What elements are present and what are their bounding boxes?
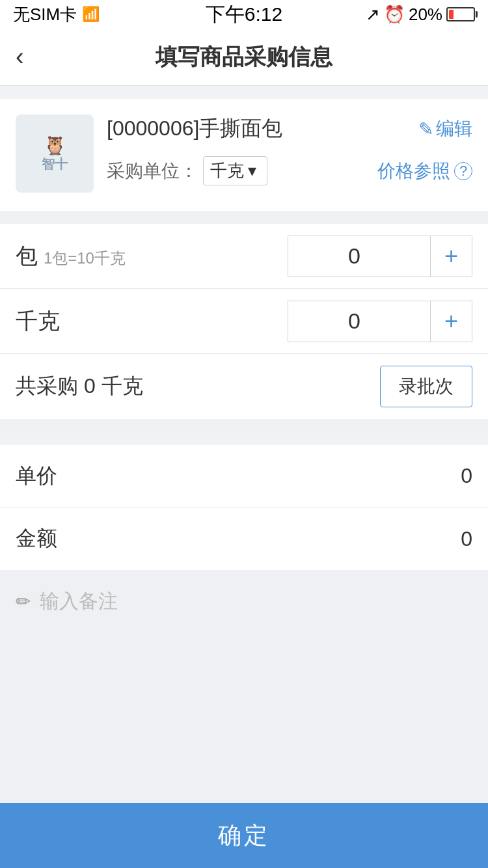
package-unit-label: 包 [16,243,38,268]
edit-button[interactable]: ✎ 编辑 [418,116,472,141]
amount-value: 0 [461,527,472,551]
unit-prefix: 采购单位： [107,159,198,183]
back-button[interactable]: ‹ [16,43,24,71]
section-divider-1 [0,211,488,224]
summary-unit: 千克 [102,374,143,398]
status-right: ↗ ⏰ 20% [366,5,475,25]
summary-amount: 0 [84,374,96,398]
wifi-icon: 📶 [82,6,100,23]
input-section: 包 1包=10千克 + 千克 + 共采购 0 千克 录批次 [0,224,488,419]
summary-prefix: 共采购 [16,374,78,398]
unit-value: 千克 [210,159,244,182]
unit-price-value: 0 [461,464,472,488]
unit-select[interactable]: 千克 ▾ [203,156,267,185]
nav-bar: ‹ 填写商品采购信息 [0,29,488,86]
product-unit-row: 采购单位： 千克 ▾ 价格参照 ? [107,156,472,185]
status-time: 下午6:12 [206,1,282,28]
kg-input-row: 千克 + [0,289,488,354]
package-unit-sub: 1包=10千克 [44,249,126,267]
status-bar: 无SIM卡 📶 下午6:12 ↗ ⏰ 20% [0,0,488,29]
pencil-icon: ✏ [16,591,31,612]
remarks-section[interactable]: ✏ 输入备注 [0,570,488,633]
dropdown-arrow-icon: ▾ [248,161,256,181]
amount-label: 金额 [16,524,57,553]
edit-label: 编辑 [436,116,472,141]
status-left: 无SIM卡 📶 [13,3,100,26]
product-logo: 🦉 智十 [42,137,68,170]
product-image: 🦉 智十 [16,115,94,193]
confirm-button[interactable]: 确定 [0,803,488,868]
remarks-placeholder: 输入备注 [40,588,118,615]
summary-row: 共采购 0 千克 录批次 [0,354,488,419]
carrier-text: 无SIM卡 [13,3,77,26]
unit-price-label: 单价 [16,462,57,491]
amount-row: 金额 0 [0,508,488,570]
battery-percent: 20% [409,5,442,25]
product-name: [0000006]手撕面包 [107,115,282,143]
product-header: [0000006]手撕面包 ✎ 编辑 [107,115,472,143]
unit-label: 采购单位： 千克 ▾ [107,156,267,185]
page-title: 填写商品采购信息 [156,42,332,72]
unit-price-row: 单价 0 [0,445,488,508]
location-icon: ↗ [366,5,380,25]
package-plus-button[interactable]: + [431,236,472,277]
package-controls: + [288,236,472,277]
section-divider-2 [0,419,488,432]
record-batch-button[interactable]: 录批次 [380,366,472,407]
alarm-icon: ⏰ [384,5,405,25]
price-section: 单价 0 金额 0 [0,445,488,570]
kg-unit-label: 千克 [16,308,60,333]
package-quantity-input[interactable] [288,236,431,277]
package-label-group: 包 1包=10千克 [16,241,288,271]
price-ref-button[interactable]: 价格参照 ? [377,159,472,183]
kg-quantity-input[interactable] [288,301,431,342]
price-ref-label: 价格参照 [377,159,450,183]
kg-label-group: 千克 [16,306,288,336]
product-info: [0000006]手撕面包 ✎ 编辑 采购单位： 千克 ▾ 价格参照 ? [107,115,472,185]
package-input-row: 包 1包=10千克 + [0,224,488,289]
kg-controls: + [288,301,472,342]
summary-text: 共采购 0 千克 [16,372,143,401]
battery-icon [446,7,475,21]
kg-plus-button[interactable]: + [431,301,472,342]
product-card: 🦉 智十 [0000006]手撕面包 ✎ 编辑 采购单位： 千克 ▾ 价格参照 [0,99,488,211]
edit-icon: ✎ [418,118,433,140]
price-ref-icon: ? [454,162,472,180]
